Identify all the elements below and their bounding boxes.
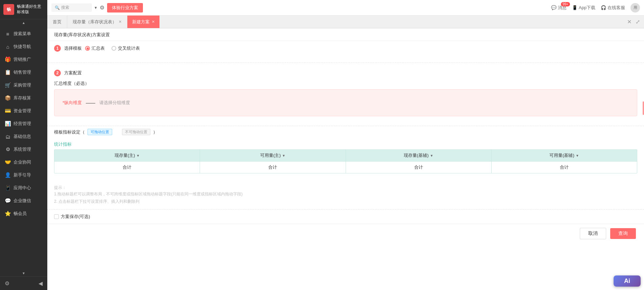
online-service-button[interactable]: 🎧 在线客服 <box>601 5 625 11</box>
col-header-current-aux-caret: ▼ <box>430 154 434 158</box>
sidebar-item-system[interactable]: ⚙ 系统管理 <box>0 143 47 156</box>
col-header-current-main[interactable]: 现存量(主) ▼ <box>54 150 200 161</box>
indicator-config-label: 模板指标设定（ 可拖动位置 不可拖动位置 ） <box>54 129 637 135</box>
sidebar-item-wechat[interactable]: 💬 企业微信 <box>0 194 47 207</box>
template-radio-group: 汇总表 交叉统计表 <box>85 45 140 51</box>
col-header-available-aux-label: 可用量(基辅) <box>549 152 574 159</box>
radio-summary-label: 汇总表 <box>92 45 105 51</box>
step2-header: 2 方案配置 <box>54 70 637 76</box>
save-section: 方案保存(可选) <box>47 209 644 224</box>
tab-inventory-status-close[interactable]: ✕ <box>119 20 122 24</box>
step1-header: 1 选择模板 汇总表 交叉统计表 <box>54 45 637 52</box>
trial-button[interactable]: 体验行业方案 <box>107 3 143 13</box>
expand-window-icon[interactable]: ⤢ <box>634 18 641 26</box>
close-window-icon[interactable]: ✕ <box>626 18 633 26</box>
sidebar-item-quick-nav[interactable]: ⌂ 快捷导航 <box>0 40 47 53</box>
tab-new-plan-close[interactable]: ✕ <box>152 20 155 24</box>
collapse-sidebar-icon[interactable]: ◀ <box>39 280 43 287</box>
query-button[interactable]: 查询 <box>610 228 636 239</box>
tab-home[interactable]: 首页 <box>47 16 67 28</box>
sidebar-item-member[interactable]: ⭐ 畅会员 <box>0 207 47 220</box>
sidebar-item-app-center[interactable]: 📱 应用中心 <box>0 182 47 194</box>
col-header-current-aux-label: 现存量(基辅) <box>404 152 429 159</box>
settings-icon[interactable]: ⚙ <box>5 280 9 287</box>
indicator-config-separator <box>115 129 119 135</box>
avatar[interactable]: 用 <box>630 3 640 13</box>
tabbar: 首页 现存量（库存状况表） ✕ 新建方案 ✕ ✕ ⤢ <box>47 16 644 28</box>
stats-section: 统计指标 现存量(主) ▼ 可用量(主) ▼ 现存量(基辅) ▼ <box>47 141 644 177</box>
sidebar-header: 畅 畅康通好生意 标准版 <box>0 0 47 19</box>
online-service-icon: 🎧 <box>601 5 606 10</box>
footer-bar: 取消 查询 <box>47 224 644 243</box>
dimension-box[interactable]: *纵向维度 —— 请选择分组维度 <box>54 89 637 116</box>
app-download-button[interactable]: 📱 App下载 <box>572 5 595 11</box>
tab-inventory-status[interactable]: 现存量（库存状况表） ✕ <box>67 16 127 28</box>
sidebar-item-label-wechat: 企业微信 <box>14 198 31 204</box>
sidebar-item-finance[interactable]: 💳 资金管理 <box>0 104 47 117</box>
sidebar-item-operations[interactable]: 📊 经营管理 <box>0 117 47 130</box>
col-header-available-main[interactable]: 可用量(主) ▼ <box>200 150 346 161</box>
quick-nav-icon: ⌂ <box>5 44 11 50</box>
radio-summary[interactable]: 汇总表 <box>85 45 105 51</box>
sidebar-item-basic-info[interactable]: 🗂 基础信息 <box>0 130 47 143</box>
col-header-current-aux[interactable]: 现存量(基辅) ▼ <box>346 150 492 161</box>
step1-num: 1 <box>54 45 61 52</box>
sidebar-item-label-sales: 销售管理 <box>14 69 31 75</box>
col-header-current-main-caret: ▼ <box>137 154 140 158</box>
tab-inventory-status-label: 现存量（库存状况表） <box>73 19 117 25</box>
stats-section-label: 统计指标 <box>54 141 637 147</box>
sidebar-nav: ≡ 搜索菜单 ⌂ 快捷导航 🎁 营销推广 📋 销售管理 🛒 采购管理 📦 库存核… <box>0 26 47 270</box>
indicator-section: 模板指标设定（ 可拖动位置 不可拖动位置 ） <box>47 129 644 141</box>
online-service-label: 在线客服 <box>608 5 625 11</box>
movable-tag: 可拖动位置 <box>88 129 112 135</box>
save-checkbox[interactable]: 方案保存(可选) <box>54 214 637 220</box>
sidebar-item-marketing[interactable]: 🎁 营销推广 <box>0 53 47 66</box>
sidebar-item-sales[interactable]: 📋 销售管理 <box>0 66 47 79</box>
ai-float-button[interactable]: Ai <box>614 275 641 287</box>
topbar-search-box[interactable]: 🔍 搜索 <box>51 3 92 12</box>
dimension-row: *纵向维度 —— 请选择分组维度 <box>63 100 130 106</box>
sidebar-item-label-operations: 经营管理 <box>14 121 31 127</box>
col-header-available-main-label: 可用量(主) <box>260 152 281 159</box>
step2-num: 2 <box>54 70 61 76</box>
summary-dimension-label: 汇总维度（必选） <box>54 80 637 87</box>
indicator-config-close: ） <box>153 129 157 135</box>
tab-new-plan-label: 新建方案 <box>132 19 150 25</box>
member-icon: ⭐ <box>5 211 11 217</box>
sidebar-app-name: 畅康通好生意 <box>17 4 41 9</box>
not-movable-tag: 不可拖动位置 <box>122 129 150 135</box>
inventory-icon: 📦 <box>5 95 11 101</box>
finance-icon: 💳 <box>5 108 11 114</box>
vertical-dimension-label: *纵向维度 <box>63 100 82 106</box>
topbar: 🔍 搜索 ▾ ⚙ 体验行业方案 💬 消息 99+ 📱 App下载 🎧 在线客服 … <box>47 0 644 16</box>
messages-button[interactable]: 💬 消息 99+ <box>551 5 567 11</box>
sidebar-item-inventory[interactable]: 📦 库存核算 <box>0 92 47 104</box>
enterprise-icon: 🤝 <box>5 159 11 165</box>
sidebar-scroll-up[interactable]: ▲ <box>0 19 47 26</box>
messages-badge: 99+ <box>561 2 570 6</box>
sidebar-scroll-down[interactable]: ▼ <box>0 270 47 276</box>
sidebar-item-label-app-center: 应用中心 <box>14 185 31 191</box>
sidebar-item-search-menu[interactable]: ≡ 搜索菜单 <box>0 27 47 40</box>
cancel-button[interactable]: 取消 <box>580 228 606 239</box>
sidebar-item-purchase[interactable]: 🛒 采购管理 <box>0 79 47 92</box>
search-text: 搜索 <box>61 5 69 10</box>
purchase-icon: 🛒 <box>5 82 11 88</box>
radio-cross[interactable]: 交叉统计表 <box>112 45 140 51</box>
main-area: 🔍 搜索 ▾ ⚙ 体验行业方案 💬 消息 99+ 📱 App下载 🎧 在线客服 … <box>47 0 644 290</box>
radio-cross-circle <box>112 46 116 51</box>
topbar-gear-icon[interactable]: ⚙ <box>100 4 104 11</box>
col-header-available-aux[interactable]: 可用量(基辅) ▼ <box>492 150 637 161</box>
sidebar-app-info: 畅康通好生意 标准版 <box>17 4 41 15</box>
sidebar-item-label-guide: 新手引导 <box>14 172 31 178</box>
sidebar-item-guide[interactable]: 👤 新手引导 <box>0 169 47 182</box>
save-checkbox-label: 方案保存(可选) <box>61 214 90 220</box>
step-divider-2 <box>47 126 644 126</box>
sales-icon: 📋 <box>5 69 11 75</box>
sidebar-item-label-purchase: 采购管理 <box>14 82 31 88</box>
topbar-dropdown-icon[interactable]: ▾ <box>95 5 97 10</box>
marketing-icon: 🎁 <box>5 56 11 63</box>
sidebar-item-enterprise[interactable]: 🤝 企业协同 <box>0 156 47 169</box>
col-header-available-main-caret: ▼ <box>282 154 286 158</box>
tab-new-plan[interactable]: 新建方案 ✕ <box>127 16 159 28</box>
